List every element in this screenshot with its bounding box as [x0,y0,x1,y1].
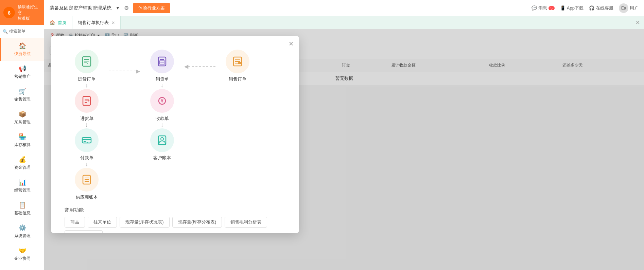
finance-icon: 💰 [19,156,26,163]
receipt-bill-item: ¥ 收款单 [140,89,184,122]
experience-btn[interactable]: 体验行业方案 [133,3,170,13]
sidebar-search[interactable]: 🔍 搜索菜单 [0,25,44,38]
system-icon: ⚙️ [19,224,26,232]
supplier-account-circle [75,168,99,192]
avatar: Ea [619,3,628,13]
operations-icon: 📊 [19,179,26,186]
svg-text:6: 6 [8,10,11,16]
supplier-account-item: 供应商账本 [65,168,109,200]
sidebar-logo: 6 畅康通好生意 标准版 [0,0,44,25]
sidebar-item-finance[interactable]: 💰 资金管理 [0,152,44,175]
user-item[interactable]: Ea 用户 [619,3,639,13]
sidebar-item-purchase[interactable]: 📦 采购管理 [0,106,44,129]
tab-close-all[interactable]: ✕ [631,16,644,29]
tab-sales-order-exec[interactable]: 销售订单执行表 ✕ [72,16,121,29]
common-functions: 常用功能 商品 往来单位 现存量(库存状况表) 现存量(库存分布表) 销售毛利分… [51,207,299,233]
download-icon: 📱 [560,5,565,11]
sidebar-item-operations[interactable]: 📊 经营管理 [0,175,44,197]
svg-text:¥: ¥ [86,141,88,144]
sidebar-item-basic-info[interactable]: 📋 基础信息 [0,197,44,220]
search-icon: 🔍 [3,29,8,34]
sidebar-item-collab[interactable]: 🤝 企业协同 [0,243,44,266]
tabbar: 🏠 首页 销售订单执行表 ✕ ✕ [44,16,644,29]
tab-home[interactable]: 🏠 首页 [44,16,72,29]
sidebar-item-guide[interactable]: 🔰 新手引导 [0,266,44,270]
logo-icon: 6 [3,6,15,19]
message-item[interactable]: 💬 消息 5 [532,5,555,11]
sidebar-item-sales[interactable]: 🛒 销售管理 [0,84,44,106]
receipt-bill-circle: ¥ [150,89,174,113]
purchase-order-item: 进货订单 [65,50,109,82]
flow-modal: ✕ 进货订单 [51,36,299,233]
btn-partners[interactable]: 往来单位 [88,217,117,228]
modal-close-icon[interactable]: ✕ [289,40,294,48]
btn-sales-margin[interactable]: 销售毛利分析表 [225,217,267,228]
logo-text: 畅康通好生意 标准版 [18,4,40,21]
collab-icon: 🤝 [19,247,26,254]
basic-info-icon: 📋 [19,201,26,209]
btn-product-margin[interactable]: 商品毛利分析 [65,230,103,233]
payment-bill-item: ¥ 付款单 [65,128,109,161]
purchase-order-circle [75,50,99,73]
main-area: 装备及固定资产辅助管理系统 ▼ ⚙ 体验行业方案 💬 消息 5 📱 App下载 … [44,0,644,270]
sales-bill-circle [150,50,174,73]
sidebar-item-quick-nav[interactable]: 🏠 快捷导航 [0,38,44,61]
topbar-right: 💬 消息 5 📱 App下载 🎧 在线客服 Ea 用户 [532,3,639,13]
online-service-item[interactable]: 🎧 在线客服 [589,5,613,11]
purchase-icon: 📦 [19,110,26,118]
common-title: 常用功能 [65,207,285,213]
customer-account-circle [150,128,174,152]
sidebar-item-inventory[interactable]: 🏪 库存核算 [0,129,44,152]
purchase-bill-item: 进货单 [65,89,109,122]
svg-marker-10 [88,100,90,102]
svg-rect-31 [238,62,241,64]
sales-order-item: 销售订单 [215,50,260,82]
content-area: ❓ 帮助 🖨️ 按模板打印 ▼ ⬆️ 导出 🔄 刷新 [44,29,644,270]
sidebar-item-system[interactable]: ⚙️ 系统管理 [0,220,44,243]
marketing-icon: 📢 [19,65,26,72]
sales-order-circle [226,50,249,73]
sales-bill-item: 销货单 [140,50,184,82]
sales-icon: 🛒 [19,88,26,95]
message-badge: 5 [549,6,555,10]
customer-account-item: 客户账本 [140,128,184,161]
inventory-icon: 🏪 [19,133,26,141]
btn-stock-status[interactable]: 现存量(库存状况表) [120,217,170,228]
system-title: 装备及固定资产辅助管理系统 [50,5,111,11]
btn-product[interactable]: 商品 [65,217,85,228]
btn-stock-dist[interactable]: 现存量(库存分布表) [172,217,222,228]
dropdown-arrow-icon: ▼ [116,5,120,11]
quick-nav-icon: 🏠 [19,42,26,50]
sidebar-item-marketing[interactable]: 📢 营销推广 [0,61,44,84]
sidebar: 6 畅康通好生意 标准版 🔍 搜索菜单 🏠 快捷导航 📢 营销推广 🛒 销售管理 [0,0,44,270]
flow-diagram: 进货订单 ↓ 进货单 ↓ [51,36,299,207]
svg-rect-13 [84,141,86,142]
message-icon: 💬 [532,5,537,11]
app-download-item[interactable]: 📱 App下载 [560,5,584,11]
svg-point-26 [161,138,163,140]
payment-bill-circle: ¥ [75,128,99,152]
gear-icon[interactable]: ⚙ [124,5,129,11]
svg-text:¥: ¥ [161,98,163,104]
tab-close-icon[interactable]: ✕ [111,20,115,25]
purchase-bill-circle [75,89,99,113]
common-buttons-container: 商品 往来单位 现存量(库存状况表) 现存量(库存分布表) 销售毛利分析表 商品… [65,217,285,233]
topbar: 装备及固定资产辅助管理系统 ▼ ⚙ 体验行业方案 💬 消息 5 📱 App下载 … [44,0,644,16]
headset-icon: 🎧 [589,5,594,11]
svg-rect-21 [159,61,165,64]
sidebar-nav: 🏠 快捷导航 📢 营销推广 🛒 销售管理 📦 采购管理 🏪 库存核算 💰 [0,38,44,270]
overlay[interactable]: ✕ 进货订单 [44,29,644,270]
topbar-dropdown[interactable]: ▼ [116,5,120,11]
home-icon: 🏠 [50,20,55,25]
